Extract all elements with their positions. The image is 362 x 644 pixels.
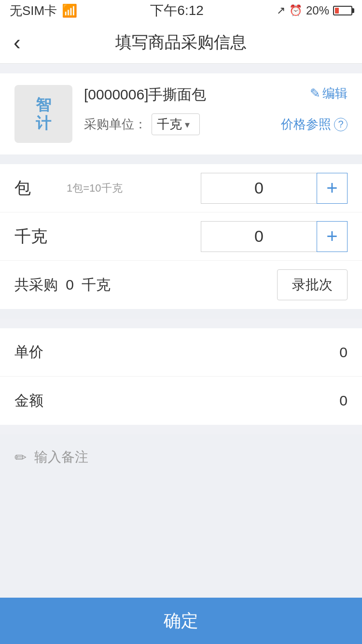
- status-left: 无SIM卡 📶: [10, 2, 77, 19]
- edit-icon: ✎: [310, 86, 320, 101]
- product-full-name: [0000006]手撕面包: [84, 85, 206, 105]
- status-right: ↗ ⏰ 20%: [277, 4, 352, 17]
- unit-price-value: 0: [339, 344, 348, 361]
- time-label: 下午6:12: [150, 1, 204, 20]
- chevron-down-icon: ▾: [185, 119, 190, 130]
- product-info: [0000006]手撕面包 ✎ 编辑 采购单位： 千克 ▾ 价格参照 ?: [84, 85, 348, 135]
- bag-input-right: +: [123, 173, 348, 204]
- nav-bar: ‹ 填写商品采购信息: [0, 21, 362, 64]
- amount-label: 金额: [14, 391, 43, 411]
- unit-price-row: 单价 0: [0, 328, 362, 377]
- page-title: 填写商品采购信息: [115, 31, 247, 54]
- unit-select[interactable]: 千克 ▾: [152, 113, 200, 135]
- product-image: 智 计: [14, 85, 72, 143]
- section-divider-2: [0, 309, 362, 319]
- bag-input-row: 包 1包=10千克 +: [0, 164, 362, 212]
- location-icon: ↗: [277, 4, 285, 17]
- kg-input-row: 千克 +: [0, 212, 362, 261]
- wifi-icon: 📶: [62, 3, 77, 18]
- price-ref-label: 价格参照: [281, 116, 331, 133]
- kg-label: 千克: [14, 225, 63, 248]
- purchase-unit-row: 采购单位： 千克 ▾ 价格参照 ?: [84, 113, 348, 135]
- edit-button[interactable]: ✎ 编辑: [310, 85, 348, 102]
- status-bar: 无SIM卡 📶 下午6:12 ↗ ⏰ 20%: [0, 0, 362, 21]
- section-divider-1: [0, 154, 362, 164]
- bag-sub-label: 1包=10千克: [67, 181, 123, 196]
- bag-plus-button[interactable]: +: [317, 173, 348, 204]
- pencil-icon: ✏: [14, 449, 27, 466]
- unit-price-label: 单价: [14, 342, 43, 362]
- input-section: 包 1包=10千克 + 千克 +: [0, 164, 362, 261]
- product-logo: 智 计: [36, 96, 51, 133]
- alarm-icon: ⏰: [289, 4, 302, 17]
- footer-spacer: [0, 480, 362, 605]
- plus-icon-kg: +: [326, 225, 337, 247]
- battery-icon: [333, 6, 352, 15]
- battery-percent: 20%: [306, 4, 329, 17]
- amount-row: 金额 0: [0, 377, 362, 425]
- back-button[interactable]: ‹: [14, 32, 21, 53]
- total-row: 共采购 0 千克 录批次: [0, 261, 362, 309]
- unit-label: 采购单位：: [84, 116, 147, 133]
- price-ref-button[interactable]: 价格参照 ?: [281, 116, 348, 133]
- carrier-label: 无SIM卡: [10, 2, 57, 19]
- price-section: 单价 0 金额 0: [0, 328, 362, 425]
- edit-label: 编辑: [322, 85, 348, 102]
- total-text: 共采购 0 千克: [14, 275, 111, 295]
- product-name-row: [0000006]手撕面包 ✎ 编辑: [84, 85, 348, 105]
- help-icon: ?: [334, 118, 348, 131]
- product-card: 智 计 [0000006]手撕面包 ✎ 编辑 采购单位： 千克 ▾ 价格参照 ?: [0, 73, 362, 154]
- unit-value: 千克: [157, 116, 182, 133]
- kg-input-right: +: [63, 221, 348, 252]
- amount-value: 0: [339, 392, 348, 409]
- bag-quantity-input[interactable]: [201, 173, 317, 204]
- remark-placeholder: 输入备注: [34, 448, 88, 466]
- kg-plus-button[interactable]: +: [317, 221, 348, 252]
- batch-button[interactable]: 录批次: [277, 269, 348, 300]
- bag-label: 包: [14, 177, 63, 199]
- kg-quantity-input[interactable]: [201, 221, 317, 252]
- remark-section[interactable]: ✏ 输入备注: [0, 434, 362, 480]
- confirm-button[interactable]: 确定: [0, 598, 362, 644]
- plus-icon: +: [326, 177, 337, 199]
